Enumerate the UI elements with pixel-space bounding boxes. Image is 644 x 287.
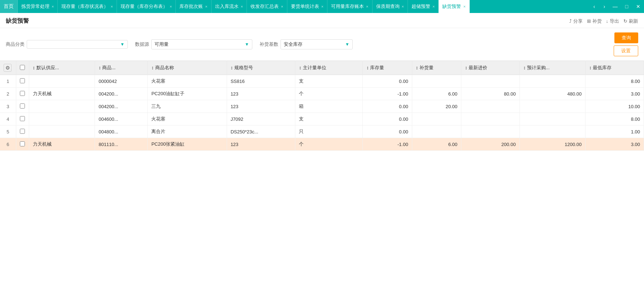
th-product-code: ↕ 商品... (95, 61, 148, 75)
nav-prev-arrow[interactable]: ‹ (589, 0, 599, 13)
share-label: 分享 (573, 18, 583, 25)
datasource-filter-label: 数据源 (135, 41, 149, 48)
nav-next-arrow[interactable]: › (599, 0, 609, 13)
td-min-stock: 3.00 (586, 88, 644, 100)
td-product-name: 离合片 (148, 125, 227, 138)
refresh-label: 刷新 (629, 18, 638, 25)
tab-close-icon[interactable]: × (170, 4, 172, 9)
tab-order-stats[interactable]: 要货单统计表 × (287, 0, 327, 13)
td-replenish-qty: 6.00 (412, 138, 461, 151)
td-est-purchase (519, 75, 586, 88)
refresh-button[interactable]: ↻ 刷新 (623, 18, 638, 25)
td-checkbox[interactable] (16, 138, 29, 151)
td-stock: -1.00 (363, 138, 412, 151)
th-default-supplier: ↕ 默认供应... (29, 61, 95, 75)
tab-close-icon[interactable]: × (52, 4, 54, 9)
tab-overstock-warning[interactable]: 超储预警 × (408, 0, 439, 13)
window-close-btn[interactable]: ✕ (632, 0, 644, 13)
tab-label: 拣货异常处理 (21, 3, 49, 10)
table-settings-icon[interactable]: ⚙ (4, 64, 12, 72)
td-latest-price: 80.00 (461, 88, 520, 100)
td-spec: DS250*23c... (227, 125, 295, 138)
datasource-dropdown-icon: ▼ (245, 42, 249, 47)
td-stock: -1.00 (363, 88, 412, 100)
datasource-select[interactable]: 可用量 ▼ (151, 39, 252, 49)
th-label: ↕ 商品名称 (151, 65, 174, 70)
td-default-supplier (29, 75, 95, 88)
td-unit: 支 (295, 75, 363, 88)
td-product-code: 004600... (95, 113, 148, 125)
category-select[interactable]: ▼ (27, 40, 128, 49)
tab-close-icon[interactable]: × (281, 4, 283, 9)
td-replenish-qty (412, 113, 461, 125)
td-spec: 123 (227, 88, 295, 100)
category-filter-label: 商品分类 (6, 41, 25, 48)
row-checkbox[interactable] (20, 116, 25, 121)
row-checkbox[interactable] (20, 91, 25, 96)
tab-batch-account[interactable]: 库存批次账 × (176, 0, 211, 13)
tab-close-icon[interactable]: × (463, 4, 465, 9)
td-latest-price (461, 100, 520, 113)
share-button[interactable]: ⤴ 分享 (569, 18, 583, 25)
tab-home[interactable]: 首页 (0, 0, 18, 13)
settings-button[interactable]: 设置 (614, 45, 638, 56)
td-default-supplier: 力天机械 (29, 88, 95, 100)
tab-expiry-query[interactable]: 保质期查询 × (373, 0, 408, 13)
td-est-purchase (519, 100, 586, 113)
tab-label: 现存量（库存分布表） (121, 3, 167, 10)
table-row: 2 力天机械 004200... PC200油缸缸子 123 个 -1.00 6… (0, 88, 644, 100)
tab-close-icon[interactable]: × (432, 4, 435, 9)
tab-close-icon[interactable]: × (321, 4, 323, 9)
tab-close-icon[interactable]: × (366, 4, 368, 9)
table-header-row: ⚙ ↕ 默认供应... ↕ 商品... ↕ 商品名称 ↕ (0, 61, 644, 75)
tab-close-icon[interactable]: × (402, 4, 404, 9)
tab-label: 超储预警 (412, 3, 430, 10)
tab-stock-status[interactable]: 现存量（库存状况表） × (58, 0, 117, 13)
th-label: ↕ 补货量 (416, 65, 434, 70)
td-latest-price (461, 75, 520, 88)
tab-stockout-warning[interactable]: 缺货预警 × (439, 0, 469, 13)
td-default-supplier: 力天机械 (29, 138, 95, 151)
table-container: ⚙ ↕ 默认供应... ↕ 商品... ↕ 商品名称 ↕ (0, 61, 644, 151)
tab-stock-dist[interactable]: 现存量（库存分布表） × (117, 0, 176, 13)
row-checkbox[interactable] (20, 141, 25, 146)
replenish-base-select[interactable]: 安全库存 ▼ (280, 39, 353, 49)
header-actions: ⤴ 分享 ⊞ 补货 ↓ 导出 ↻ 刷新 (569, 18, 639, 25)
row-checkbox[interactable] (20, 78, 25, 83)
window-maximize-btn[interactable]: □ (621, 0, 632, 13)
tab-close-icon[interactable]: × (205, 4, 207, 9)
th-min-stock: ↕ 最低库存 (586, 61, 644, 75)
td-checkbox[interactable] (16, 100, 29, 113)
tab-label: 收发存汇总表 (251, 3, 279, 10)
export-button[interactable]: ↓ 导出 (606, 18, 619, 25)
tab-available-ledger[interactable]: 可用量库存账本 × (327, 0, 372, 13)
tab-inout-flow[interactable]: 出入库流水 × (212, 0, 247, 13)
row-checkbox[interactable] (20, 103, 25, 109)
window-minimize-btn[interactable]: — (609, 0, 621, 13)
td-replenish-qty: 20.00 (412, 100, 461, 113)
td-checkbox[interactable] (16, 125, 29, 138)
th-label: ↕ 规格型号 (231, 65, 253, 70)
td-product-name: PC200张紧油缸 (148, 138, 227, 151)
td-stock: 0.00 (363, 100, 412, 113)
td-checkbox[interactable] (16, 113, 29, 125)
td-est-purchase: 1200.00 (519, 138, 586, 151)
th-label: ↕ 主计量单位 (299, 65, 326, 70)
td-product-code: 801110... (95, 138, 148, 151)
replenish-button[interactable]: ⊞ 补货 (587, 18, 602, 25)
main-content: 缺货预警 ⤴ 分享 ⊞ 补货 ↓ 导出 ↻ 刷新 商品分类 (0, 13, 644, 287)
td-checkbox[interactable] (16, 75, 29, 88)
th-label: ↕ 库存量 (366, 65, 384, 70)
td-row-num: 6 (0, 138, 16, 151)
td-default-supplier (29, 100, 95, 113)
tab-recv-send-summary[interactable]: 收发存汇总表 × (247, 0, 287, 13)
select-all-checkbox[interactable] (20, 65, 25, 70)
tab-pick-exception[interactable]: 拣货异常处理 × (18, 0, 58, 13)
row-checkbox[interactable] (20, 129, 25, 134)
tab-close-icon[interactable]: × (241, 4, 243, 9)
td-checkbox[interactable] (16, 88, 29, 100)
tab-close-icon[interactable]: × (110, 4, 113, 9)
query-button[interactable]: 查询 (614, 32, 638, 43)
th-label: ↕ 商品... (99, 65, 116, 70)
td-min-stock: 8.00 (586, 113, 644, 125)
